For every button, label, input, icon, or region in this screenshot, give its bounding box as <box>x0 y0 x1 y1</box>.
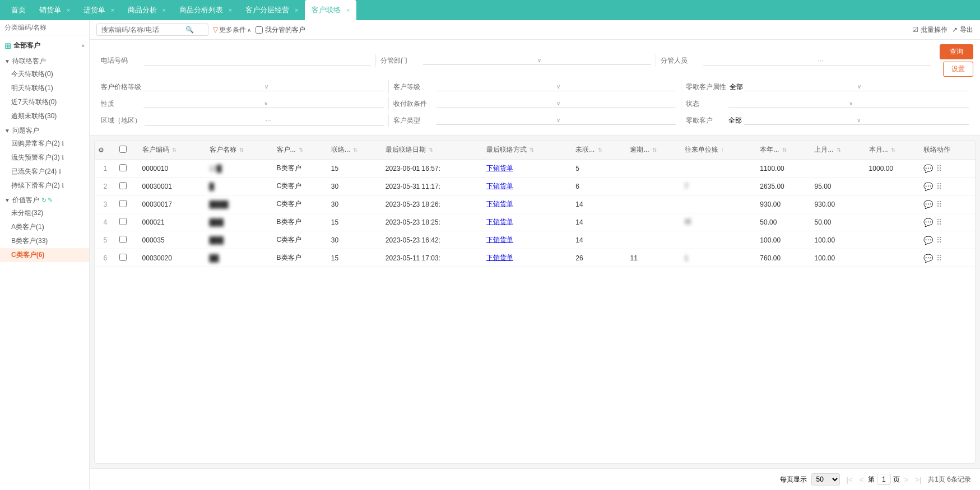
sort-type-icon[interactable]: ⇅ <box>299 147 303 153</box>
last-method-link[interactable]: 下销货单 <box>486 182 513 190</box>
search-submit-icon[interactable]: 🔍 <box>185 26 194 34</box>
sidebar-repurchase-abnormal[interactable]: 回购异常客户(2) ℹ <box>0 137 89 151</box>
sidebar-search-input[interactable] <box>4 24 89 31</box>
close-contact-icon[interactable]: × <box>346 7 350 13</box>
sidebar-declining[interactable]: 持续下滑客户(2) ℹ <box>0 179 89 193</box>
last-page-button[interactable]: >| <box>913 474 923 485</box>
first-page-button[interactable]: |< <box>844 474 855 485</box>
sidebar-tomorrow-pending[interactable]: 明天待联络(1) <box>0 81 89 95</box>
sort-overdue-icon[interactable]: ⇅ <box>652 147 657 153</box>
status-select[interactable]: ∨ <box>728 99 969 108</box>
action-chat-icon[interactable]: 💬 <box>923 182 933 191</box>
sidebar-churned[interactable]: 已流失客户(24) ℹ <box>0 165 89 179</box>
sidebar-value-section[interactable]: ▼ 价值客户 ↻ ✎ <box>0 193 89 206</box>
sidebar-overdue-pending[interactable]: 逾期未联络(30) <box>0 109 89 123</box>
dept-select[interactable]: ∨ <box>423 56 651 65</box>
sort-past-icon[interactable]: ↑ <box>721 147 724 153</box>
row-checkbox[interactable] <box>116 195 139 213</box>
sort-contact-icon[interactable]: ⇅ <box>353 147 357 153</box>
action-more-icon[interactable]: ⠿ <box>936 218 942 227</box>
sidebar-unclassified[interactable]: 未分组(32) <box>0 206 89 220</box>
nav-product-analysis[interactable]: 商品分析 × <box>121 0 173 20</box>
last-method-link[interactable]: 下销货单 <box>486 218 513 226</box>
action-more-icon[interactable]: ⠿ <box>936 254 942 263</box>
sort-name-icon[interactable]: ⇅ <box>239 147 244 153</box>
search-box[interactable]: 🔍 <box>96 24 208 36</box>
phone-input[interactable] <box>143 55 371 66</box>
payment-select[interactable]: ∨ <box>436 99 676 108</box>
customer-level-select[interactable]: ∨ <box>436 82 676 91</box>
nav-customer-contact[interactable]: 客户联络 × <box>305 0 356 20</box>
query-button[interactable]: 查询 <box>940 44 973 59</box>
action-more-icon[interactable]: ⠿ <box>936 200 942 209</box>
sidebar-pending-section[interactable]: ▼ 待联络客户 <box>0 54 89 67</box>
row-last-method[interactable]: 下销货单 <box>483 249 572 267</box>
sidebar-churn-warning[interactable]: 流失预警客户(3) ℹ <box>0 151 89 165</box>
action-chat-icon[interactable]: 💬 <box>923 200 933 209</box>
row-last-method[interactable]: 下销货单 <box>483 178 572 195</box>
close-analysis-icon[interactable]: × <box>162 7 166 13</box>
area-more-icon[interactable]: ··· <box>266 116 384 124</box>
sidebar-b-customers[interactable]: B类客户(33) <box>0 234 89 248</box>
customer-rank-select[interactable]: ∨ <box>145 82 384 91</box>
retail-attr-select[interactable]: ∨ <box>745 82 969 91</box>
settings-button[interactable]: 设置 <box>943 62 973 77</box>
last-method-link[interactable]: 下销货单 <box>486 200 513 208</box>
search-input[interactable] <box>101 26 185 34</box>
area-select[interactable]: ··· <box>145 115 384 126</box>
sort-method-icon[interactable]: ⇅ <box>530 147 534 153</box>
sort-this-month-icon[interactable]: ⇅ <box>891 147 895 153</box>
sort-date-icon[interactable]: ⇅ <box>429 147 433 153</box>
manager-select[interactable]: ··· <box>703 55 931 66</box>
next-page-button[interactable]: > <box>902 474 911 485</box>
nav-home[interactable]: 首页 <box>4 0 32 20</box>
sidebar-today-pending[interactable]: 今天待联络(0) <box>0 67 89 81</box>
row-checkbox[interactable] <box>116 160 139 178</box>
retail-customer-select[interactable]: ∨ <box>744 116 969 125</box>
more-conditions-button[interactable]: ▽ 更多条件 ∧ <box>213 25 251 35</box>
close-sales-icon[interactable]: × <box>67 7 70 13</box>
row-last-method[interactable]: 下销货单 <box>483 195 572 213</box>
my-customers-filter[interactable]: 我分管的客户 <box>256 25 305 35</box>
action-more-icon[interactable]: ⠿ <box>936 164 942 173</box>
close-purchase-icon[interactable]: × <box>111 7 114 13</box>
row-last-method[interactable]: 下销货单 <box>483 231 572 249</box>
select-all-checkbox[interactable] <box>119 146 127 153</box>
sort-not-cont-icon[interactable]: ⇅ <box>598 147 602 153</box>
row-checkbox[interactable] <box>116 249 139 267</box>
col-settings[interactable]: ⚙ <box>95 141 116 160</box>
nav-customer-tier[interactable]: 客户分层经营 × <box>239 0 305 20</box>
manager-more-icon[interactable]: ··· <box>818 57 931 64</box>
sort-code-icon[interactable]: ⇅ <box>172 147 177 153</box>
sidebar-7day-pending[interactable]: 近7天待联络(0) <box>0 95 89 109</box>
nav-purchase[interactable]: 进货单 × <box>77 0 121 20</box>
close-tier-icon[interactable]: × <box>295 7 298 13</box>
action-chat-icon[interactable]: 💬 <box>923 218 933 227</box>
row-checkbox[interactable] <box>116 178 139 195</box>
nav-product-analysis-list[interactable]: 商品分析列表 × <box>173 0 239 20</box>
action-more-icon[interactable]: ⠿ <box>936 236 942 245</box>
sidebar-problem-section[interactable]: ▼ 问题客户 <box>0 123 89 137</box>
sidebar-c-customers[interactable]: C类客户(6) <box>0 248 89 262</box>
last-method-link[interactable]: 下销货单 <box>486 236 513 244</box>
close-analysis-list-icon[interactable]: × <box>229 7 232 13</box>
row-checkbox[interactable] <box>116 213 139 231</box>
sort-year-icon[interactable]: ⇅ <box>782 147 787 153</box>
row-checkbox[interactable] <box>116 231 139 249</box>
sidebar-all-customers[interactable]: ⊞ 全部客户 « <box>0 38 89 54</box>
last-method-link[interactable]: 下销货单 <box>486 254 513 262</box>
export-button[interactable]: ↗ 导出 <box>952 25 973 35</box>
row-last-method[interactable]: 下销货单 <box>483 213 572 231</box>
nature-select[interactable]: ∨ <box>143 99 384 108</box>
action-more-icon[interactable]: ⠿ <box>936 182 942 191</box>
sort-last-month-icon[interactable]: ⇅ <box>837 147 841 153</box>
sidebar-a-customers[interactable]: A类客户(1) <box>0 220 89 234</box>
nav-sales[interactable]: 销货单 × <box>32 0 77 20</box>
my-customers-checkbox[interactable] <box>256 26 263 34</box>
customer-type-select[interactable]: ∨ <box>436 116 676 125</box>
col-checkbox[interactable] <box>116 141 139 160</box>
prev-page-button[interactable]: < <box>857 474 866 485</box>
action-chat-icon[interactable]: 💬 <box>923 254 933 263</box>
batch-operation-button[interactable]: ☑ 批量操作 <box>912 25 948 35</box>
action-chat-icon[interactable]: 💬 <box>923 164 933 173</box>
